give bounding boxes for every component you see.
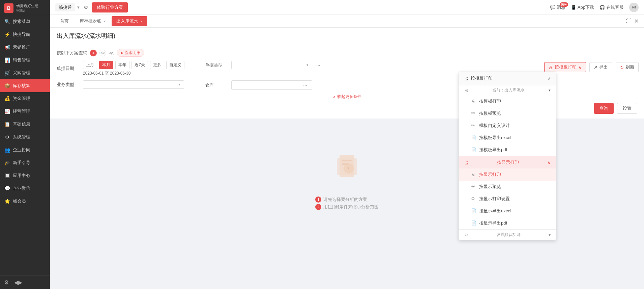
sidebar-item-appcenter[interactable]: 🔲 应用中心 [0,169,50,182]
tab-home[interactable]: 首页 [55,16,74,26]
main-content: 畅捷通 ▾ ⚙ 体验行业方案 💬 消息 99+ 📱 App下载 🎧 在线客服 [50,0,644,289]
app-download-btn[interactable]: 📱 App下载 [571,4,594,10]
settings-btn[interactable]: 设置 [617,103,637,114]
query-btn[interactable]: 查询 [594,103,614,114]
dropdown-item-display-preview[interactable]: 👁 按显示预览 [459,181,556,193]
sidebar-item-inventory[interactable]: 📦 库存核算 [0,79,50,92]
doc-type-field: 单据类型 ▾ ··· [205,61,333,69]
current-icon: 🖨 [464,88,468,93]
warehouse-select[interactable]: ··· [231,80,312,90]
app-download-label: App下载 [578,4,594,10]
dropdown-item-template-design[interactable]: ✏ 模板自定义设计 [459,120,556,132]
tab-flow-close[interactable]: × [140,19,142,23]
print-template-btn[interactable]: 🖨 按模板打印 ∧ [544,62,586,72]
display-print-arrow: ∧ [547,160,551,165]
template-print-label: 按模板打印 [479,98,501,104]
sidebar-item-marketing[interactable]: 📢 营销推广 [0,41,50,54]
service-icon: 🎧 [599,5,605,10]
collapse-label: 收起更多条件 [337,94,361,100]
user-avatar-btn[interactable]: Rit [629,3,639,12]
date-range-display: 2023-06-01 至 2023-06-30 [83,71,184,76]
doc-type-arrow: ▾ [306,63,309,67]
sidebar-item-basics[interactable]: 📋 基础信息 [0,118,50,131]
sidebar-item-search[interactable]: 🔍 搜索菜单 [0,15,50,28]
sidebar-item-finance[interactable]: 💰 资金管理 [0,92,50,105]
dropdown-item-template-print[interactable]: 🖨 按模板打印 [459,95,556,107]
filter-collapse-icon[interactable]: ≪ [109,50,114,56]
date-btn-7days[interactable]: 近7天 [131,61,148,69]
message-btn[interactable]: 💬 消息 99+ [550,4,565,10]
settings-icon[interactable]: ⚙ [4,279,9,286]
date-btn-thismonth[interactable]: 本月 [99,61,113,69]
export-btn[interactable]: ↗ 导出 [589,62,612,72]
date-btn-thisyear[interactable]: 本年 [115,61,129,69]
sidebar-item-system[interactable]: ⚙ 系统管理 [0,131,50,143]
basics-icon: 📋 [4,122,10,127]
warehouse-more[interactable]: ··· [302,82,309,88]
dropdown-item-template-pdf[interactable]: 📄 按模板导出pdf [459,144,556,156]
display-print-item-icon: 🖨 [471,172,476,177]
set-default-section[interactable]: ⚙ 设置默认功能 ▾ [459,230,556,240]
svg-rect-2 [342,160,352,161]
filter-tag-flow[interactable]: ● 流水明细 [117,49,144,57]
dropdown-item-display-settings[interactable]: ⚙ 按显示打印设置 [459,193,556,205]
doc-type-select[interactable]: ▾ [231,61,312,69]
svg-text:?: ? [347,166,349,171]
date-btn-custom[interactable]: 自定义 [166,61,184,69]
maximize-icon[interactable]: ⛶ [626,18,632,24]
download-icon: 📱 [571,5,576,10]
sidebar-item-quicknav[interactable]: ⚡ 快捷导航 [0,28,50,41]
refresh-btn[interactable]: ↻ 刷新 [616,62,639,72]
filter-add-btn[interactable]: + [90,50,97,56]
app-version: 标准版 [16,8,38,13]
close-tab-icon[interactable]: ✕ [634,18,639,24]
online-service-btn[interactable]: 🎧 在线客服 [599,4,624,10]
topbar-gear-icon[interactable]: ⚙ [84,4,88,10]
current-label: 当前：出入库流水 [492,87,525,93]
sidebar-item-purchase[interactable]: 🛒 采购管理 [0,67,50,79]
biz-type-field: 业务类型 ▾ [57,80,198,89]
tabbar-right: ⛶ ✕ [626,18,639,24]
template-pdf-icon: 📄 [471,147,476,153]
sidebar-item-sales[interactable]: 📊 销售管理 [0,54,50,67]
dropdown-item-template-preview[interactable]: 👁 按模板预览 [459,107,556,120]
tab-batch-close[interactable]: × [104,19,106,23]
template-design-label: 模板自定义设计 [479,123,510,129]
display-excel-label: 按显示导出excel [479,208,511,214]
filter-settings-btn[interactable]: ⚙ [99,50,106,56]
date-btn-lastmonth[interactable]: 上月 [83,61,97,69]
username-display: 畅捷通 [55,3,75,11]
dropdown-item-display-print[interactable]: 🖨 按显示打印 [459,168,556,181]
doc-type-more[interactable]: ··· [315,62,322,68]
collapse-sidebar-icon[interactable]: ◀▶ [14,279,22,286]
date-btn-more[interactable]: 更多 [150,61,164,69]
industry-btn[interactable]: 体验行业方案 [92,2,128,12]
display-print-header[interactable]: 🖨 按显示打印 ∧ [459,156,556,168]
sidebar-item-guide[interactable]: 🎓 新手引导 [0,156,50,169]
tab-flow[interactable]: 出入库流水 × [112,16,147,26]
biz-type-select[interactable]: ▾ [83,80,184,89]
filter-header: 按以下方案查询 + ⚙ ≪ ● 流水明细 [57,49,637,57]
print-dropdown-panel: 🖨 按模板打印 ∧ 🖨 当前：出入库流水 ▾ 🖨 按模板打印 [459,72,556,240]
dropdown-item-display-pdf[interactable]: 📄 按显示导出pdf [459,217,556,229]
dropdown-title: 🖨 按模板打印 [464,75,493,81]
topbar-right: 💬 消息 99+ 📱 App下载 🎧 在线客服 Rit [550,3,639,12]
current-arrow[interactable]: ▾ [549,88,551,93]
online-service-label: 在线客服 [606,4,624,10]
set-default-label: 设置默认功能 [496,232,521,238]
dropdown-collapse-icon[interactable]: ∧ [548,76,551,81]
sidebar-item-collab[interactable]: 👥 企业协同 [0,143,50,156]
sidebar-item-member[interactable]: ⭐ 畅会员 [0,195,50,208]
sidebar-item-operations[interactable]: 📈 经营管理 [0,105,50,118]
sidebar-item-wechat[interactable]: 💬 企业微信 [0,182,50,195]
guide-icon: 🎓 [4,160,10,165]
biz-type-label: 业务类型 [57,82,80,88]
tab-batch[interactable]: 库存批次账 × [75,16,110,26]
dropdown-item-template-excel[interactable]: 📄 按模板导出excel [459,132,556,144]
template-print-icon: 🖨 [471,99,476,104]
template-preview-label: 按模板预览 [479,110,501,116]
collab-icon: 👥 [4,147,10,153]
dropdown-item-display-excel[interactable]: 📄 按显示导出excel [459,205,556,217]
operations-icon: 📈 [4,109,10,114]
user-dropdown-icon[interactable]: ▾ [77,5,80,10]
